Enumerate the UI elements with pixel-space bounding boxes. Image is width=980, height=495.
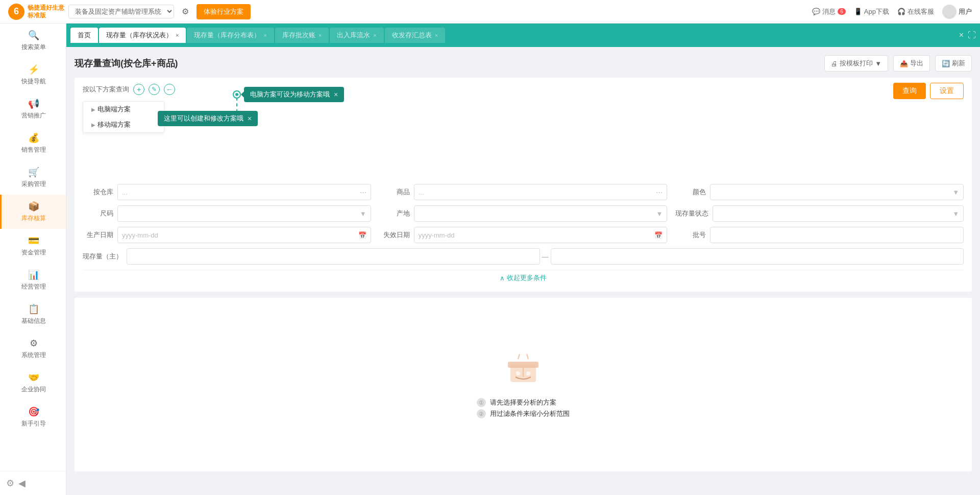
stock-qty-label: 现存量（主）: [83, 252, 122, 261]
tooltip-close-2[interactable]: ×: [248, 114, 252, 123]
color-dropdown-icon: ▼: [952, 188, 959, 196]
print-icon: 🖨: [831, 60, 838, 67]
stock-qty-range: —: [127, 248, 964, 265]
tab-expand-button[interactable]: ⛶: [968, 31, 976, 40]
sidebar-item-sales[interactable]: 💰 销售管理: [0, 126, 66, 160]
tab-flow-close[interactable]: ×: [373, 32, 376, 38]
industry-plan-button[interactable]: 体验行业方案: [197, 4, 251, 19]
warehouse-more-icon: ⋯: [360, 188, 366, 196]
product-select[interactable]: ... ⋯: [414, 184, 668, 200]
page-header: 现存量查询(按仓库+商品) 🖨 按模板打印 ▼ 📤 导出 🔄: [75, 55, 972, 72]
empty-steps: ① 请先选择要分析的方案 ② 用过滤条件来缩小分析范围: [477, 398, 570, 420]
filter-edit-button[interactable]: ✎: [149, 84, 160, 95]
expire-date-placeholder: yyyy-mm-dd: [419, 231, 455, 239]
system-selector[interactable]: 装备及固定资产辅助管理系统: [68, 5, 174, 18]
sidebar-item-search[interactable]: 🔍 搜索菜单: [0, 23, 66, 58]
sidebar-collapse-button[interactable]: ◀: [18, 478, 26, 489]
filter-group-expire-date: 失效日期 yyyy-mm-dd 📅: [379, 227, 668, 243]
headset-icon: 🎧: [897, 8, 905, 15]
query-button[interactable]: 查询: [893, 83, 926, 99]
stock-qty-min[interactable]: [127, 248, 540, 265]
scheme-item-mobile[interactable]: ▶ 移动端方案: [83, 117, 164, 132]
produce-date-label: 生产日期: [83, 230, 113, 240]
avatar: [942, 5, 957, 19]
phone-icon: 📱: [854, 8, 862, 15]
export-button[interactable]: 📤 导出: [893, 55, 930, 72]
filter-arrow-button[interactable]: ←: [164, 84, 175, 95]
sidebar-nav: 🔍 搜索菜单 ⚡ 快捷导航 📢 营销推广 💰 销售管理 🛒 采购管理: [0, 23, 66, 471]
nav-icon: ⚡: [28, 64, 39, 75]
expire-date-input[interactable]: yyyy-mm-dd 📅: [414, 227, 668, 243]
sidebar-item-basic[interactable]: 📋 基础信息: [0, 297, 66, 332]
scheme-item-pc[interactable]: ▶ 电脑端方案: [83, 102, 164, 117]
sidebar-item-guide[interactable]: 🎯 新手引导: [0, 400, 66, 434]
filter-group-product: 商品 ... ⋯: [379, 184, 668, 200]
tab-inventory-dist-label: 现存量（库存分布表）: [194, 31, 260, 40]
operation-icon: 📊: [28, 269, 39, 280]
logo: 6 畅捷通好生意 标准版: [8, 4, 64, 20]
origin-select[interactable]: ▼: [414, 205, 668, 222]
tab-batch-close[interactable]: ×: [318, 32, 322, 38]
produce-date-placeholder: yyyy-mm-dd: [122, 231, 158, 239]
warehouse-label: 按仓库: [83, 187, 113, 197]
tab-inventory-status-close[interactable]: ×: [176, 32, 179, 38]
user-menu[interactable]: 用户: [942, 5, 972, 19]
tab-home-label: 首页: [78, 31, 91, 40]
tab-flow[interactable]: 出入库流水 ×: [330, 28, 383, 43]
scheme-dropdown: ▶ 电脑端方案 ▶ 移动端方案: [83, 101, 164, 133]
guide-icon: 🎯: [28, 406, 39, 417]
color-select[interactable]: ▼: [710, 184, 964, 200]
tab-inventory-status[interactable]: 现存量（库存状况表） ×: [99, 28, 186, 43]
sidebar-item-system[interactable]: ⚙ 系统管理: [0, 332, 66, 366]
tooltip-pc-scheme: 电脑方案可设为移动方案哦 ×: [234, 87, 344, 102]
color-label: 颜色: [675, 187, 706, 197]
tab-inventory-dist[interactable]: 现存量（库存分布表） ×: [187, 28, 274, 43]
sidebar-settings-button[interactable]: ⚙: [6, 478, 14, 489]
settings-gear-button[interactable]: ⚙: [178, 5, 192, 19]
app-download-button[interactable]: 📱 App下载: [854, 7, 889, 16]
message-button[interactable]: 💬 消息 6: [812, 7, 846, 16]
sidebar-item-purchase[interactable]: 🛒 采购管理: [0, 160, 66, 195]
collapse-button[interactable]: ∧ 收起更多条件: [83, 270, 964, 286]
tab-home[interactable]: 首页: [70, 28, 98, 43]
set-button[interactable]: 设置: [930, 83, 964, 99]
print-button[interactable]: 🖨 按模板打印 ▼: [824, 55, 888, 72]
sidebar-label-nav: 快捷导航: [21, 77, 46, 86]
batch-input[interactable]: [710, 227, 964, 243]
stock-qty-max[interactable]: [551, 248, 964, 265]
filter-group-origin: 产地 ▼: [379, 205, 668, 222]
sidebar-item-operation[interactable]: 📊 经营管理: [0, 263, 66, 297]
sidebar-item-collab[interactable]: 🤝 企业协同: [0, 366, 66, 400]
tab-bar: 首页 现存量（库存状况表） × 现存量（库存分布表） × 库存批次账 × 出入库…: [66, 23, 980, 47]
produce-date-input[interactable]: yyyy-mm-dd 📅: [117, 227, 371, 243]
tab-summary[interactable]: 收发存汇总表 ×: [385, 28, 445, 43]
filter-group-produce-date: 生产日期 yyyy-mm-dd 📅: [83, 227, 371, 243]
filter-add-button[interactable]: +: [133, 84, 144, 95]
stock-status-label: 现存量状态: [675, 209, 708, 218]
tab-inventory-dist-close[interactable]: ×: [263, 32, 266, 38]
tab-summary-close[interactable]: ×: [435, 32, 438, 38]
warehouse-select[interactable]: ... ⋯: [117, 184, 371, 200]
page-title: 现存量查询(按仓库+商品): [75, 57, 178, 69]
sidebar-item-finance[interactable]: 💳 资金管理: [0, 229, 66, 263]
sidebar-label-collab: 企业协同: [21, 385, 46, 394]
filter-group-stock-status: 现存量状态 ▼: [675, 205, 964, 222]
tab-batch-label: 库存批次账: [282, 31, 315, 40]
filter-section: 按以下方案查询 + ✎ ← 查询 设置: [75, 78, 972, 292]
online-service-button[interactable]: 🎧 在线客服: [897, 7, 934, 16]
tooltip-close-1[interactable]: ×: [334, 90, 338, 99]
filter-group-size: 尺码 ▼: [83, 205, 371, 222]
refresh-button[interactable]: 🔄 刷新: [935, 55, 972, 72]
tab-batch[interactable]: 库存批次账 ×: [275, 28, 329, 43]
sidebar-item-nav[interactable]: ⚡ 快捷导航: [0, 58, 66, 92]
size-select[interactable]: ▼: [117, 205, 371, 222]
scheme-arrow-mobile: ▶: [91, 122, 95, 128]
sidebar-item-marketing[interactable]: 📢 营销推广: [0, 92, 66, 126]
finance-icon: 💳: [28, 235, 39, 246]
sidebar-item-inventory[interactable]: 📦 库存核算: [0, 195, 66, 229]
sidebar-label-finance: 资金管理: [21, 248, 46, 257]
stock-status-select[interactable]: ▼: [713, 205, 964, 222]
tab-close-all-button[interactable]: ×: [959, 31, 964, 40]
tooltip-bubble-2: 这里可以创建和修改方案哦 ×: [158, 111, 258, 126]
marketing-icon: 📢: [28, 98, 39, 109]
